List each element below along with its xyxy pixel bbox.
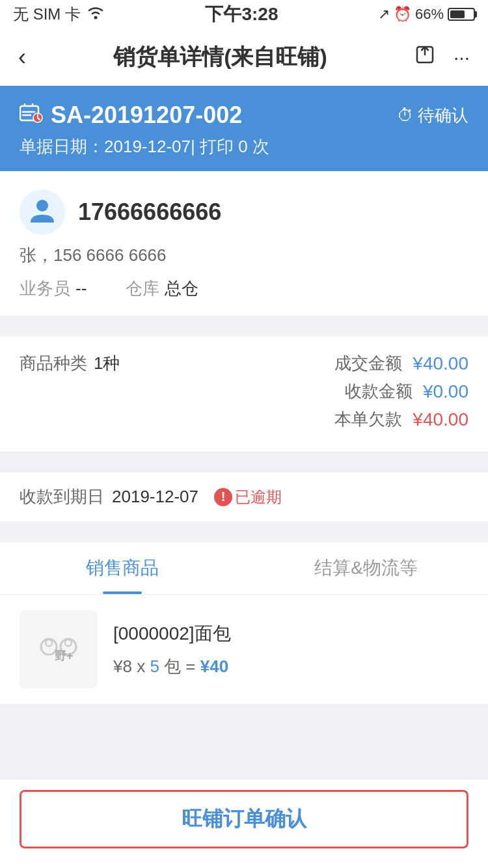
back-button[interactable]: ‹ [18, 44, 26, 71]
tab-settlement-logistics[interactable]: 结算&物流等 [244, 542, 488, 594]
customer-name: 张，156 6666 6666 [20, 244, 468, 267]
product-type-label: 商品种类 [20, 352, 87, 375]
battery-percent: 66% [415, 6, 444, 23]
unit-text: 包 [164, 657, 181, 676]
product-type-value: 1种 [94, 352, 120, 375]
overdue-text: 已逾期 [235, 487, 282, 508]
clock-icon: ⏱ [397, 105, 414, 126]
tab-sales-products[interactable]: 销售商品 [0, 542, 244, 594]
bottom-bar: 旺铺订单确认 [0, 780, 488, 868]
received-label: 收款金额 [345, 380, 413, 403]
svg-point-0 [94, 16, 98, 20]
product-info: [0000002]面包 ¥8 x 5 包 = ¥40 [113, 621, 468, 678]
avatar [20, 189, 65, 235]
owed-label: 本单欠款 [334, 408, 402, 431]
more-icon[interactable]: ··· [454, 46, 470, 68]
divider-2 [0, 462, 488, 472]
price-unit: ¥8 [113, 657, 132, 676]
product-thumbnail: 野+ [20, 610, 98, 688]
product-item: 野+ [0000002]面包 ¥8 x 5 包 = ¥40 [0, 595, 488, 704]
product-name: [0000002]面包 [113, 621, 468, 646]
multiply-sign: x [137, 657, 150, 676]
status-bar: 无 SIM 卡 下午3:28 ↗ ⏰ 66% [0, 0, 488, 29]
page-title: 销货单详情(来自旺铺) [113, 42, 327, 72]
svg-text:野+: 野+ [55, 649, 74, 662]
product-qty: 5 [150, 657, 159, 676]
location-icon: ↗ [378, 6, 390, 23]
svg-point-8 [65, 640, 72, 646]
salesman-value: -- [75, 278, 87, 299]
svg-point-4 [36, 200, 48, 211]
status-time: 下午3:28 [205, 2, 278, 27]
due-date-value: 2019-12-07 [112, 487, 198, 507]
battery-icon [448, 8, 475, 21]
deal-amount-value: ¥40.00 [413, 353, 468, 374]
order-icon [20, 102, 43, 129]
svg-point-6 [46, 640, 52, 646]
order-status: ⏱ 待确认 [397, 104, 468, 127]
share-icon[interactable] [414, 44, 435, 70]
customer-meta: 业务员 -- 仓库 总仓 [20, 277, 468, 300]
tabs-container: 销售商品 结算&物流等 [0, 542, 488, 595]
order-id: SA-20191207-002 [20, 102, 242, 129]
product-logo: 野+ [33, 627, 85, 671]
warehouse-value: 总仓 [165, 277, 198, 300]
status-carrier: 无 SIM 卡 [13, 4, 105, 25]
nav-actions: ··· [414, 44, 470, 70]
order-header: SA-20191207-002 ⏱ 待确认 单据日期：2019-12-07| 打… [0, 86, 488, 171]
summary-card: 商品种类 1种 成交金额 ¥40.00 收款金额 ¥0.00 本单欠款 ¥40.… [0, 336, 488, 452]
received-value: ¥0.00 [423, 381, 468, 402]
confirm-button[interactable]: 旺铺订单确认 [20, 790, 468, 848]
divider-1 [0, 326, 488, 336]
overdue-icon: ! [214, 488, 232, 506]
customer-card: 17666666666 张，156 6666 6666 业务员 -- 仓库 总仓 [0, 171, 488, 316]
order-date-row: 单据日期：2019-12-07| 打印 0 次 [20, 135, 468, 158]
due-date-card: 收款到期日 2019-12-07 ! 已逾期 [0, 472, 488, 521]
deal-amount-label: 成交金额 [334, 352, 402, 375]
avatar-icon [28, 195, 57, 230]
equals-sign: = [185, 657, 200, 676]
product-total: ¥40 [200, 657, 228, 676]
status-right-group: ↗ ⏰ 66% [378, 6, 475, 23]
carrier-text: 无 SIM 卡 [13, 4, 81, 25]
amount-summary: 成交金额 ¥40.00 收款金额 ¥0.00 本单欠款 ¥40.00 [334, 352, 468, 436]
warehouse-label: 仓库 [126, 277, 159, 300]
product-price-row: ¥8 x 5 包 = ¥40 [113, 655, 468, 678]
due-date-label: 收款到期日 [20, 485, 104, 508]
divider-3 [0, 532, 488, 542]
product-section: 野+ [0000002]面包 ¥8 x 5 包 = ¥40 [0, 595, 488, 704]
overdue-badge: ! 已逾期 [214, 487, 282, 508]
wifi-icon [86, 5, 105, 23]
customer-phone: 17666666666 [78, 198, 221, 226]
salesman-label: 业务员 [20, 277, 70, 300]
nav-bar: ‹ 销货单详情(来自旺铺) ··· [0, 29, 488, 86]
alarm-icon: ⏰ [394, 6, 411, 23]
owed-value: ¥40.00 [413, 409, 468, 430]
